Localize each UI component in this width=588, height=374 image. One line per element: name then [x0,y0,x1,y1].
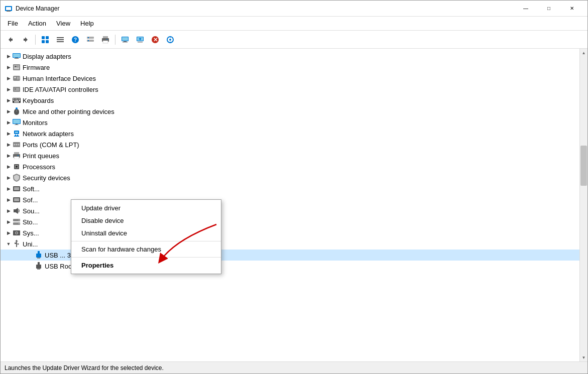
hid-label: Human Interface Devices [23,75,96,82]
ide-icon [13,85,21,93]
ctx-disable-device[interactable]: Disable device [71,214,221,227]
tree-item-network[interactable]: ▶ Network adapters [1,128,579,139]
maximize-button[interactable]: □ [537,1,560,17]
svg-text:✕: ✕ [153,37,158,43]
svg-rect-24 [122,37,128,41]
expand-arrow: ▶ [5,107,13,115]
menu-view[interactable]: View [51,18,75,29]
ctx-separator-1 [71,241,221,241]
scan-hardware-button[interactable] [163,33,177,47]
expand-arrow: ▼ [5,240,13,248]
forward-button[interactable] [19,33,33,47]
svg-rect-50 [17,78,18,79]
svg-rect-65 [19,100,20,101]
content-area: ▶ Display adapters ▶ [1,49,587,361]
scroll-down-arrow[interactable]: ▼ [580,353,588,361]
scroll-up-arrow[interactable]: ▲ [580,49,588,57]
print-label: Print queues [23,152,59,160]
soft1-icon [13,185,21,193]
svg-rect-59 [16,98,17,99]
window-controls: — □ ✕ [514,1,583,17]
scroll-track[interactable] [580,57,587,353]
tree-item-ide[interactable]: ▶ IDE ATA/ATAPI controllers [1,84,579,95]
tree-item-keyboards[interactable]: ▶ Keyboar [1,95,579,106]
ctx-update-driver[interactable]: Update driver [71,202,221,214]
svg-rect-6 [42,36,45,39]
status-bar: Launches the Update Driver Wizard for th… [1,361,587,373]
svg-rect-72 [16,124,18,124]
window-title: Device Manager [16,5,514,12]
scrollbar[interactable]: ▲ ▼ [579,49,587,361]
svg-rect-55 [15,89,16,90]
svg-rect-17 [88,37,89,38]
expand-arrow: ▶ [5,196,13,204]
title-bar: Device Manager — □ ✕ [1,1,587,17]
scroll-thumb[interactable] [580,146,587,186]
expand-arrow: ▶ [5,85,13,93]
network-label: Network adapters [23,130,74,138]
tree-item-print[interactable]: ▶ Print queues [1,150,579,161]
menu-file[interactable]: File [3,18,23,29]
update-driver-button[interactable] [133,33,147,47]
expand-arrow: ▶ [5,152,13,160]
usb-label: Uni... [23,240,38,248]
svg-rect-48 [17,77,18,78]
svg-rect-94 [14,209,16,212]
close-button[interactable]: ✕ [560,1,583,17]
print-button[interactable] [98,33,112,47]
expand-arrow: ▶ [5,52,13,60]
expand-arrow: ▶ [5,185,13,193]
menu-action[interactable]: Action [23,18,51,29]
expand-arrow: ▶ [5,218,13,226]
svg-rect-60 [18,98,19,99]
svg-rect-71 [13,119,20,123]
ctx-properties[interactable]: Properties [71,259,221,272]
tree-item-display-adapters[interactable]: ▶ Display adapters [1,51,579,62]
security-icon [13,174,21,182]
tree-item-monitors[interactable]: ▶ Monitors [1,117,579,128]
ctx-scan-hardware[interactable]: Scan for hardware changes [71,243,221,256]
storage-icon [13,218,21,226]
svg-rect-45 [17,67,19,67]
view-type-button[interactable] [38,33,52,47]
tree-item-ports[interactable]: ▶ Ports (COM & LPT) [1,139,579,150]
tree-item-processors[interactable]: ▶ Processors [1,161,579,172]
tree-item-mice[interactable]: ▶ Mice and other pointing devices [1,106,579,117]
soft2-icon [13,196,21,204]
svg-point-106 [18,243,19,245]
expand-arrow: ▶ [5,118,13,127]
svg-rect-11 [57,39,64,40]
error-button[interactable]: ✕ [148,33,162,47]
ctx-uninstall-device[interactable]: Uninstall device [71,227,221,239]
svg-rect-57 [13,98,14,99]
svg-rect-2 [7,11,10,11]
svg-point-81 [16,144,18,146]
system-icon [13,229,21,237]
tree-item-hid[interactable]: ▶ Human Interface Devices [1,73,579,84]
help-button[interactable]: ? [68,33,82,47]
tree-item-security[interactable]: ▶ Security devices [1,172,579,183]
back-button[interactable] [4,33,18,47]
svg-rect-63 [15,100,16,101]
toolbar: ? [1,31,587,49]
tree-item-firmware[interactable]: ▶ Firmware [1,62,579,73]
view-resources-button[interactable] [83,33,97,47]
svg-rect-109 [37,258,40,259]
security-label: Security devices [23,174,70,182]
svg-rect-12 [57,41,64,42]
soft1-label: Soft... [23,185,40,193]
minimize-button[interactable]: — [514,1,537,17]
svg-rect-3 [7,11,11,12]
app-icon [5,5,13,13]
menu-help[interactable]: Help [75,18,99,29]
expand-arrow: ▶ [5,130,13,138]
svg-rect-22 [106,39,107,40]
svg-rect-64 [16,100,18,101]
view-alpha-button[interactable] [53,33,67,47]
computer-button[interactable] [118,33,132,47]
tree-item-soft1[interactable]: ▶ Soft... [1,183,579,194]
svg-rect-1 [6,7,11,10]
svg-point-34 [169,39,171,41]
processors-label: Processors [23,163,55,171]
svg-rect-86 [18,155,19,156]
